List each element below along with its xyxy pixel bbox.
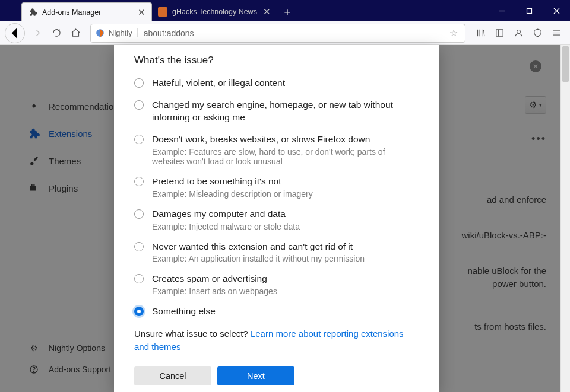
radio-icon[interactable] <box>134 274 144 283</box>
option-label: Never wanted this extension and can't ge… <box>152 241 419 253</box>
issue-option[interactable]: Pretend to be something it's notExample:… <box>134 176 419 199</box>
issue-option[interactable]: Damages my computer and dataExample: Inj… <box>134 208 419 231</box>
close-window-button[interactable] <box>543 0 570 21</box>
nav-toolbar: Nightly about:addons ☆ <box>0 21 570 45</box>
tab-ghacks[interactable]: gHacks Technology News ✕ <box>152 2 277 21</box>
issue-option[interactable]: Something else <box>134 305 419 318</box>
urlbar-input[interactable]: about:addons <box>144 28 446 38</box>
issue-option[interactable]: Never wanted this extension and can't ge… <box>134 241 419 264</box>
radio-icon[interactable] <box>134 242 144 251</box>
option-label: Something else <box>152 305 419 318</box>
tab-addons-manager[interactable]: Add-ons Manager ✕ <box>21 2 152 21</box>
content-area: ✦ Recommendations Extensions Themes Plu <box>0 45 570 392</box>
option-example: Example: An application installed it wit… <box>152 254 419 263</box>
unsure-help-text: Unsure what issue to select? Learn more … <box>134 327 419 353</box>
app-menu-button[interactable] <box>547 24 565 42</box>
radio-icon[interactable] <box>134 307 144 316</box>
option-label: Damages my computer and data <box>152 208 419 221</box>
svg-line-8 <box>483 30 484 37</box>
urlbar-identity-label: Nightly <box>109 28 138 37</box>
sidebar-button[interactable] <box>490 24 508 42</box>
issue-option[interactable]: Changed my search engine, homepage, or n… <box>134 99 419 124</box>
radio-icon[interactable] <box>134 100 144 110</box>
report-issue-dialog: What's the issue? Hateful, violent, or i… <box>114 45 439 392</box>
option-example: Example: Features are slow, hard to use,… <box>152 147 419 166</box>
window-titlebar: Add-ons Manager ✕ gHacks Technology News… <box>0 0 570 21</box>
forward-button[interactable] <box>28 24 46 42</box>
shield-icon[interactable] <box>528 24 546 42</box>
minimize-button[interactable] <box>488 0 515 21</box>
issue-option[interactable]: Creates spam or advertisingExample: Inse… <box>134 273 419 296</box>
option-example: Example: Injected malware or stole data <box>152 222 419 231</box>
svg-rect-1 <box>527 8 531 13</box>
radio-icon[interactable] <box>134 177 144 186</box>
scrollbar-thumb[interactable] <box>562 46 569 82</box>
firefox-icon <box>94 28 105 39</box>
library-button[interactable] <box>471 24 489 42</box>
radio-icon[interactable] <box>134 78 144 88</box>
next-button[interactable]: Next <box>217 366 294 385</box>
option-label: Hateful, violent, or illegal content <box>152 77 419 90</box>
option-label: Pretend to be something it's not <box>152 176 419 188</box>
radio-icon[interactable] <box>134 209 144 219</box>
issue-option[interactable]: Hateful, violent, or illegal content <box>134 77 419 90</box>
close-icon[interactable]: ✕ <box>263 7 271 17</box>
tab-label: gHacks Technology News <box>172 8 257 16</box>
site-favicon-icon <box>158 7 167 17</box>
radio-icon[interactable] <box>134 135 144 144</box>
reload-button[interactable] <box>48 24 65 42</box>
option-label: Doesn't work, breaks websites, or slows … <box>152 133 419 146</box>
account-button[interactable] <box>509 24 527 42</box>
tab-strip: Add-ons Manager ✕ gHacks Technology News… <box>0 0 296 21</box>
option-example: Example: Insert ads on webpages <box>152 286 419 296</box>
option-label: Creates spam or advertising <box>152 273 419 285</box>
svg-point-11 <box>517 30 520 34</box>
url-bar[interactable]: Nightly about:addons ☆ <box>90 24 466 43</box>
issue-option[interactable]: Doesn't work, breaks websites, or slows … <box>134 133 419 166</box>
cancel-button[interactable]: Cancel <box>134 366 211 385</box>
close-icon[interactable]: ✕ <box>138 7 145 18</box>
vertical-scrollbar[interactable] <box>560 45 570 392</box>
puzzle-icon <box>28 8 37 17</box>
tab-label: Add-ons Manager <box>42 8 101 17</box>
option-example: Example: Misleading description or image… <box>152 189 419 199</box>
unsure-text: Unsure what issue to select? <box>134 329 251 339</box>
dialog-title: What's the issue? <box>134 55 419 66</box>
option-label: Changed my search engine, homepage, or n… <box>152 99 419 124</box>
window-controls <box>488 0 570 21</box>
home-button[interactable] <box>66 24 84 42</box>
new-tab-button[interactable]: ＋ <box>279 4 296 20</box>
svg-rect-9 <box>496 30 502 36</box>
back-button[interactable] <box>5 23 25 43</box>
maximize-button[interactable] <box>515 0 543 21</box>
bookmark-star-icon[interactable]: ☆ <box>449 27 461 39</box>
